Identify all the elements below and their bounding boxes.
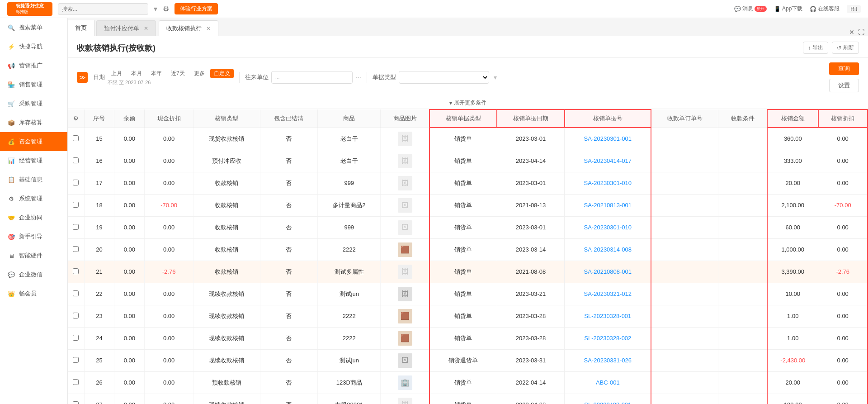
app-download-btn[interactable]: 📱 App下载 (774, 5, 802, 13)
cell-verify-type: 预付冲应收 (193, 150, 260, 172)
filter-settings-btn[interactable]: 设置 (829, 79, 859, 92)
product-image: 🖼 (398, 154, 412, 168)
sidebar-item-经营管理[interactable]: 📊经营管理 (0, 151, 67, 170)
table-container[interactable]: ⚙ 序号 余额 现金折扣 核销类型 包含已结清 商品 商品图片 核销单据类型 核… (68, 109, 868, 404)
cell-checkbox[interactable] (68, 261, 84, 283)
bill-no-link[interactable]: SA-20230301-010 (584, 180, 632, 186)
bill-no-link[interactable]: SA-20210813-001 (584, 202, 632, 209)
cell-product: 2222 (318, 305, 381, 327)
cell-checkbox[interactable] (68, 327, 84, 349)
company-filter-input[interactable] (271, 71, 353, 84)
sidebar-item-系统管理[interactable]: ⚙系统管理 (0, 189, 67, 208)
sidebar-item-基础信息[interactable]: 📋基础信息 (0, 170, 67, 189)
cell-checkbox[interactable] (68, 349, 84, 371)
sidebar-item-资金管理[interactable]: 💰资金管理 (0, 132, 67, 151)
type-dropdown-icon[interactable]: ▾ (494, 74, 497, 81)
row-checkbox[interactable] (73, 379, 79, 385)
row-checkbox[interactable] (73, 313, 79, 318)
cell-verify-bill-type: 销货单 (429, 305, 497, 327)
bill-no-link[interactable]: SA-20230314-008 (584, 246, 632, 253)
date-btn-this-month[interactable]: 本月 (127, 69, 146, 78)
type-filter-select[interactable] (399, 71, 489, 84)
bill-no-link[interactable]: ABC-001 (596, 379, 620, 386)
date-btn-last-7days[interactable]: 近7天 (167, 69, 189, 78)
date-btn-more[interactable]: 更多 (190, 69, 208, 78)
global-search-input[interactable] (58, 3, 148, 15)
company-clear-icon[interactable]: ··· (355, 73, 361, 81)
cell-checkbox[interactable] (68, 238, 84, 261)
cell-verify-bill-no: SA-20230301-001 (565, 128, 651, 150)
cell-verify-bill-date: 2023-03-01 (497, 128, 564, 150)
sidebar-item-企业协同[interactable]: 🤝企业协同 (0, 208, 67, 227)
table-row: 17 0.00 0.00 收款核销 否 999 🖼 销货单 2023-03-01… (68, 172, 868, 194)
cell-checkbox[interactable] (68, 394, 84, 404)
refresh-btn[interactable]: ↺ 刷新 (832, 42, 859, 54)
bill-no-link[interactable]: SA-20230414-017 (584, 157, 632, 164)
bill-no-link[interactable]: SL-20230328-002 (584, 335, 631, 342)
sidebar-item-企业微信[interactable]: 💬企业微信 (0, 265, 67, 284)
cell-checkbox[interactable] (68, 371, 84, 394)
tab-home[interactable]: 首页 (68, 20, 94, 36)
cell-product: 999 (318, 216, 381, 238)
sidebar-item-新手引导[interactable]: 🎯新手引导 (0, 227, 67, 246)
row-checkbox[interactable] (73, 180, 79, 185)
filter-expand-btn[interactable]: ≫ (77, 72, 88, 83)
filter-query-group: 查询 设置 (829, 62, 859, 92)
row-checkbox[interactable] (73, 157, 79, 163)
tab-收款核销执行[interactable]: 收款核销执行✕ (159, 20, 218, 36)
date-btn-custom[interactable]: 自定义 (210, 69, 234, 78)
sidebar-item-搜索菜单[interactable]: 🔍搜索菜单 (0, 18, 67, 37)
cell-checkbox[interactable] (68, 150, 84, 172)
row-checkbox[interactable] (73, 290, 79, 296)
industry-btn[interactable]: 体验行业方案 (175, 3, 218, 14)
expand-more-btn[interactable]: ▾ 展开更多条件 (449, 99, 486, 107)
bill-no-link[interactable]: SL-20230328-001 (584, 313, 631, 319)
date-btn-last-month[interactable]: 上月 (108, 69, 126, 78)
bill-no-link[interactable]: SA-20230321-012 (584, 290, 632, 297)
sidebar-item-智能硬件[interactable]: 🖥智能硬件 (0, 246, 67, 265)
user-avatar[interactable]: Rit (847, 5, 861, 13)
date-btn-this-year[interactable]: 本年 (147, 69, 165, 78)
sidebar-item-销售管理[interactable]: 🏪销售管理 (0, 75, 67, 94)
online-service-btn[interactable]: 🎧 在线客服 (810, 5, 840, 13)
row-checkbox[interactable] (73, 135, 79, 141)
maximize-btn[interactable]: ⛶ (858, 29, 864, 36)
query-btn[interactable]: 查询 (829, 62, 859, 75)
message-icon-btn[interactable]: 💬 消息 99+ (734, 5, 767, 13)
row-checkbox[interactable] (73, 335, 79, 341)
tab-close-icon[interactable]: ✕ (206, 25, 211, 32)
cell-checkbox[interactable] (68, 128, 84, 150)
tab-close-icon[interactable]: ✕ (144, 25, 148, 32)
bill-no-link[interactable]: SL-20230408-001 (584, 401, 631, 404)
bill-no-link[interactable]: SA-20230301-001 (584, 135, 632, 142)
row-checkbox[interactable] (73, 224, 79, 230)
cell-verify-amount: 10.00 (767, 283, 818, 305)
settings-icon[interactable]: ⚙ (163, 5, 169, 13)
bill-no-link[interactable]: SA-20230301-010 (584, 224, 632, 231)
chevron-down-icon[interactable]: ▾ (154, 5, 157, 13)
top-bar: 畅捷通·好生意 标推版 ▾ ⚙ 体验行业方案 💬 消息 99+ 📱 App下载 … (0, 0, 868, 18)
row-checkbox[interactable] (73, 401, 79, 404)
tab-预付冲应付单[interactable]: 预付冲应付单✕ (96, 20, 156, 36)
col-settings[interactable]: ⚙ (68, 109, 84, 128)
bill-no-link[interactable]: SA-20230331-026 (584, 357, 632, 364)
sidebar-item-畅会员[interactable]: 👑畅会员 (0, 284, 67, 303)
cell-include-settled: 否 (260, 128, 318, 150)
export-btn[interactable]: ↑ 导出 (803, 42, 828, 54)
row-checkbox[interactable] (73, 246, 79, 252)
sidebar-item-快捷导航[interactable]: ⚡快捷导航 (0, 37, 67, 56)
cell-checkbox[interactable] (68, 194, 84, 216)
row-checkbox[interactable] (73, 357, 79, 363)
cell-checkbox[interactable] (68, 216, 84, 238)
row-checkbox[interactable] (73, 268, 79, 274)
cell-checkbox[interactable] (68, 172, 84, 194)
sidebar-item-库存核算[interactable]: 📦库存核算 (0, 113, 67, 132)
sidebar-item-营销推广[interactable]: 📢营销推广 (0, 56, 67, 75)
close-all-tabs-btn[interactable]: ✕ (849, 29, 854, 36)
cell-checkbox[interactable] (68, 283, 84, 305)
bill-no-link[interactable]: SA-20210808-001 (584, 268, 632, 275)
sidebar-item-采购管理[interactable]: 🛒采购管理 (0, 94, 67, 113)
row-checkbox[interactable] (73, 202, 79, 208)
cell-checkbox[interactable] (68, 305, 84, 327)
cell-verify-discount: 0.00 (818, 327, 868, 349)
